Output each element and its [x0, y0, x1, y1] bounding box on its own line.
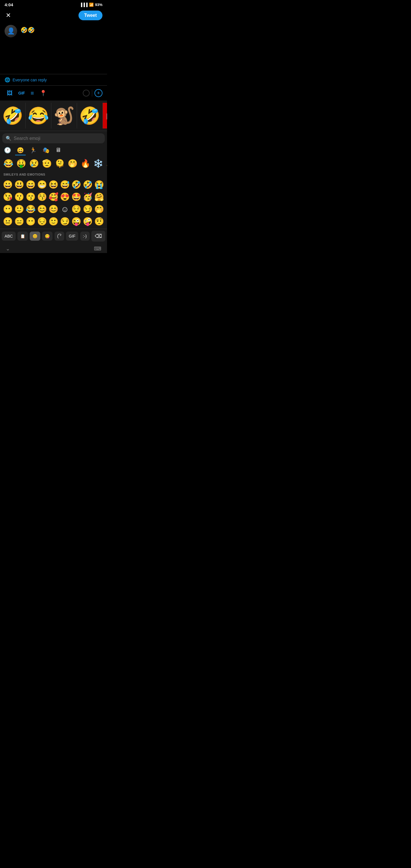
featured-emoji-1[interactable]: 🤣	[0, 103, 26, 128]
emoji-smirk[interactable]: 😏	[82, 203, 93, 215]
bottom-handle: ⌄ ⌨	[0, 243, 107, 253]
backspace-button[interactable]: ⌫	[91, 231, 105, 242]
image-button[interactable]: 🖼	[5, 88, 15, 98]
wifi-icon: 📶	[89, 3, 94, 7]
emoji-tear[interactable]: 😂	[25, 203, 36, 215]
emoji-sweat-smile[interactable]: 😅	[59, 179, 70, 191]
emoji-no-mouth[interactable]: 😶	[2, 203, 14, 215]
abc-button[interactable]: ABC	[2, 231, 16, 241]
featured-emoji-5[interactable]: ▶	[103, 103, 107, 128]
kaomoji2-button[interactable]: :-)	[80, 231, 90, 241]
emoji-beam[interactable]: 😁	[36, 179, 48, 191]
emoji-grinning[interactable]: 😀	[2, 179, 14, 191]
emoji-heart-eyes[interactable]: 😍	[59, 191, 70, 203]
status-time: 4:04	[5, 2, 13, 7]
globe-icon: 🌐	[5, 77, 10, 83]
toolbar-divider	[92, 90, 92, 96]
compose-spacer	[0, 40, 107, 74]
kaomoji-button[interactable]: ( ͡°	[55, 231, 64, 241]
tab-people[interactable]: 🏃	[28, 146, 38, 155]
emoji-relaxed[interactable]: ☺️	[59, 203, 70, 215]
header: ✕ Tweet	[0, 8, 107, 23]
status-icons: ▐▐▐ 📶 93%	[80, 3, 102, 7]
tab-recent[interactable]: 🕐	[2, 146, 13, 155]
emoji-wink-tongue[interactable]: 😜	[70, 215, 82, 227]
emoji-grin[interactable]: 😃	[14, 179, 25, 191]
signal-icon: ▐▐▐	[80, 3, 88, 7]
featured-emoji-2[interactable]: 😂	[26, 103, 51, 128]
add-button[interactable]: +	[94, 89, 102, 97]
emoji-kissing-smile[interactable]: 😙	[25, 191, 36, 203]
preview-emoji-7[interactable]: 🔥	[80, 158, 92, 169]
emoji-preview-row: 😂 🤑 😢 🫡 🫠 🤭 🔥 ❄️ 🌙	[0, 156, 107, 170]
status-bar: 4:04 ▐▐▐ 📶 93%	[0, 0, 107, 8]
compose-area: 👤 🤣🤣	[0, 23, 107, 40]
reply-setting[interactable]: 🌐 Everyone can reply	[0, 74, 107, 85]
emoji-relieved[interactable]: 😌	[70, 203, 82, 215]
tab-activities[interactable]: 🎭	[41, 146, 51, 155]
preview-emoji-6[interactable]: 🤭	[66, 158, 79, 169]
tweet-text[interactable]: 🤣🤣	[21, 25, 102, 37]
poll-button[interactable]: ≡	[28, 88, 36, 98]
emoji-kiss[interactable]: 😘	[2, 191, 14, 203]
category-tabs: 🕐 😀 🏃 🎭 🖥	[0, 145, 107, 156]
emoji-search-bar: 🔍	[2, 133, 105, 143]
featured-emoji-row: 🤣 😂 🐒 🤣 ▶	[0, 100, 107, 131]
emoji-hugging[interactable]: 🤗	[93, 191, 105, 203]
gif-button[interactable]: GIF	[16, 89, 27, 97]
emoji-kissing-closed[interactable]: 😚	[36, 191, 48, 203]
emoji-squint[interactable]: 😆	[48, 179, 59, 191]
preview-emoji-9[interactable]: 🌙	[105, 158, 107, 169]
search-input[interactable]	[14, 136, 101, 141]
emoji-slight-smile[interactable]: 🙂	[14, 203, 25, 215]
character-counter	[83, 90, 90, 96]
emoji-smirking[interactable]: 😏	[59, 215, 70, 227]
emoji-rofl[interactable]: 🤣	[70, 179, 82, 191]
preview-emoji-1[interactable]: 😂	[2, 158, 14, 169]
emoji-upside[interactable]: 🙂	[48, 215, 59, 227]
emoji-expressionless[interactable]: 😑	[14, 215, 25, 227]
sticker-button[interactable]: 😋	[42, 231, 53, 241]
emoji-pensive[interactable]: 😔	[36, 215, 48, 227]
avatar-image: 👤	[5, 25, 17, 37]
featured-emoji-3[interactable]: 🐒	[51, 103, 77, 128]
keyboard-switch-button[interactable]: ⌨	[94, 246, 101, 252]
tweet-button[interactable]: Tweet	[78, 10, 102, 20]
tab-objects[interactable]: 🖥	[54, 146, 63, 155]
preview-emoji-5[interactable]: 🫠	[54, 158, 66, 169]
emoji-partying[interactable]: 🥳	[82, 191, 93, 203]
tab-smileys[interactable]: 😀	[15, 146, 26, 155]
emoji-neutral[interactable]: 😐	[2, 215, 14, 227]
close-button[interactable]: ✕	[5, 10, 12, 20]
emoji-zany[interactable]: 🤪	[82, 215, 93, 227]
emoji-kissing[interactable]: 😗	[14, 191, 25, 203]
emoji-picker: 🤣 😂 🐒 🤣 ▶ 🔍 🕐 😀 🏃 🎭 🖥 😂 🤑 😢 🫡 🫠 🤭 🔥 ❄️ 🌙…	[0, 100, 107, 253]
preview-emoji-4[interactable]: 🫡	[41, 158, 53, 169]
clipboard-button[interactable]: 📋	[18, 231, 28, 241]
emoji-keyboard-button[interactable]: 😊	[30, 231, 40, 241]
emoji-star-struck[interactable]: 🤩	[70, 191, 82, 203]
location-button[interactable]: 📍	[37, 88, 49, 98]
gif-keyboard-button[interactable]: GIF	[66, 231, 78, 241]
preview-emoji-2[interactable]: 🤑	[15, 158, 27, 169]
emoji-main-grid: 😀 😃 😄 😁 😆 😅 🤣 🤣 😭 😘 😗 😙 😚 🥰 😍 🤩 🥳 🤗 😶 🙂 …	[0, 177, 107, 229]
compose-toolbar: 🖼 GIF ≡ 📍 +	[0, 85, 107, 100]
emoji-rolling[interactable]: 🤣	[82, 179, 93, 191]
collapse-button[interactable]: ⌄	[6, 246, 10, 252]
emoji-shh[interactable]: 🤭	[93, 203, 105, 215]
emoji-happy[interactable]: 😊	[48, 203, 59, 215]
battery-icon: 93%	[95, 3, 102, 7]
featured-emoji-4[interactable]: 🤣	[77, 103, 103, 128]
section-label: SMILEYS AND EMOTIONS	[0, 170, 107, 177]
emoji-sob[interactable]: 😭	[93, 179, 105, 191]
emoji-raised-brow[interactable]: 🤨	[93, 215, 105, 227]
preview-emoji-8[interactable]: ❄️	[92, 158, 104, 169]
emoji-no-mouth2[interactable]: 😶	[25, 215, 36, 227]
emoji-blush[interactable]: 😊	[36, 203, 48, 215]
reply-label: Everyone can reply	[12, 78, 47, 82]
emoji-big-smile[interactable]: 😄	[25, 179, 36, 191]
preview-emoji-3[interactable]: 😢	[28, 158, 40, 169]
search-row: 🔍	[0, 131, 107, 145]
search-icon: 🔍	[6, 135, 11, 141]
emoji-love[interactable]: 🥰	[48, 191, 59, 203]
